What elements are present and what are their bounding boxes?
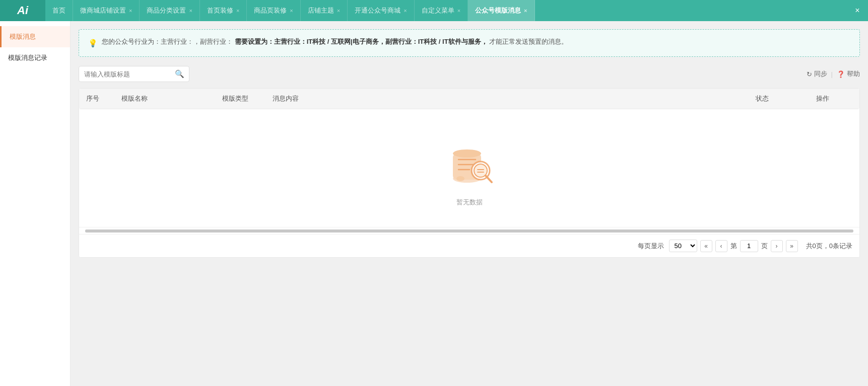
page-prefix: 第 [730,242,737,251]
tab-open-mall[interactable]: 开通公众号商城 × [348,0,414,21]
empty-illustration [439,139,500,190]
tab-home-decor[interactable]: 首页装修 × [200,0,247,21]
sync-icon: ↻ [807,70,812,78]
sidebar-item-template-log-label: 模版消息记录 [8,54,47,61]
tab-template-msg[interactable]: 公众号模版消息 × [468,0,535,21]
search-input[interactable] [79,67,170,82]
last-page-button[interactable]: » [786,240,798,252]
help-button[interactable]: ❓ 帮助 [837,69,860,79]
sync-button[interactable]: ↻ 同步 [807,69,827,79]
tab-shop-theme[interactable]: 店铺主题 × [301,0,348,21]
notice-banner: 💡 您的公众号行业为：主营行业：，副营行业： 需要设置为：主营行业：IT科技 /… [79,29,860,57]
col-type: 模版类型 [215,89,265,109]
search-button[interactable]: 🔍 [170,66,189,82]
content-area: 💡 您的公众号行业为：主营行业：，副营行业： 需要设置为：主营行业：IT科技 /… [71,21,868,386]
tab-product-decor[interactable]: 商品页装修 × [247,0,300,21]
sidebar-item-template-msg-label: 模版消息 [10,33,36,40]
top-nav: Ai 首页 微商城店铺设置 × 商品分类设置 × 首页装修 × 商品页装修 × … [0,0,868,21]
col-name: 模版名称 [114,89,215,109]
next-page-button[interactable]: › [771,240,783,252]
tab-category-label: 商品分类设置 [147,6,186,15]
data-table-wrap: 序号 模版名称 模版类型 消息内容 状态 操作 [79,88,860,258]
search-input-wrap: 🔍 [79,66,189,82]
help-label: 帮助 [847,69,860,79]
empty-state: 暂无数据 [79,109,859,227]
col-status: 状态 [749,89,809,109]
tab-micro-shop-label: 微商城店铺设置 [80,6,126,15]
tab-micro-shop[interactable]: 微商城店铺设置 × [73,0,140,21]
empty-text: 暂无数据 [456,198,483,207]
tab-template-msg-close[interactable]: × [524,8,527,14]
page-size-label: 每页显示 [638,242,664,251]
main-layout: 模版消息 模版消息记录 💡 您的公众号行业为：主营行业：，副营行业： 需要设置为… [0,21,868,386]
tab-custom-menu-label: 自定义菜单 [422,6,454,15]
app-logo: Ai [0,0,45,21]
col-content: 消息内容 [265,89,749,109]
tab-template-msg-label: 公众号模版消息 [475,6,521,15]
tab-product-decor-close[interactable]: × [290,8,293,14]
svg-point-12 [456,176,464,181]
col-action: 操作 [809,89,859,109]
tab-shop-theme-label: 店铺主题 [308,6,334,15]
first-page-button[interactable]: « [700,240,712,252]
tab-micro-shop-close[interactable]: × [129,8,132,14]
col-index: 序号 [79,89,114,109]
toolbar-divider: | [831,70,833,78]
scrollbar-row [79,227,859,234]
tab-home-decor-label: 首页装修 [207,6,233,15]
page-suffix: 页 [761,242,768,251]
sidebar-item-template-log[interactable]: 模版消息记录 [0,47,70,68]
scrollbar-thumb[interactable] [85,229,853,233]
tab-category-close[interactable]: × [189,8,192,14]
svg-point-2 [453,149,481,158]
tab-category[interactable]: 商品分类设置 × [140,0,199,21]
tab-custom-menu[interactable]: 自定义菜单 × [415,0,468,21]
pagination: 每页显示 50 10 20 100 « ‹ 第 页 › » 共0页，0条记录 [79,234,859,257]
page-size-select[interactable]: 50 10 20 100 [669,240,697,252]
tab-home-decor-close[interactable]: × [236,8,239,14]
svg-line-9 [486,176,492,182]
notice-highlight: 需要设置为：主营行业：IT科技 / 互联网|电子商务，副营行业：IT科技 / I… [235,38,488,45]
tab-open-mall-close[interactable]: × [404,8,407,14]
bulb-icon: 💡 [88,37,98,49]
tab-open-mall-label: 开通公众号商城 [355,6,400,15]
sidebar-item-template-msg[interactable]: 模版消息 [0,26,70,47]
page-number-input[interactable] [740,240,758,252]
notice-prefix: 您的公众号行业为：主营行业：，副营行业： [102,38,233,45]
sync-label: 同步 [814,69,827,79]
sidebar: 模版消息 模版消息记录 [0,21,71,386]
tab-home-label: 首页 [52,6,65,15]
notice-suffix: 才能正常发送预置的消息。 [489,38,568,45]
tab-custom-menu-close[interactable]: × [457,8,460,14]
table-header-row: 序号 模版名称 模版类型 消息内容 状态 操作 [79,89,859,109]
prev-page-button[interactable]: ‹ [715,240,727,252]
table-header: 序号 模版名称 模版类型 消息内容 状态 操作 [79,89,859,109]
search-bar: 🔍 ↻ 同步 | ❓ 帮助 [79,66,860,82]
notice-text: 您的公众号行业为：主营行业：，副营行业： 需要设置为：主营行业：IT科技 / 互… [102,37,568,47]
tab-product-decor-label: 商品页装修 [254,6,287,15]
toolbar-right: ↻ 同步 | ❓ 帮助 [807,69,860,79]
scrollbar-track [85,229,853,233]
help-icon: ❓ [837,70,845,78]
global-close-button[interactable]: × [847,0,868,21]
data-table: 序号 模版名称 模版类型 消息内容 状态 操作 [79,89,859,109]
tab-home[interactable]: 首页 [45,0,73,21]
total-info: 共0页，0条记录 [806,242,852,251]
tab-shop-theme-close[interactable]: × [337,8,340,14]
